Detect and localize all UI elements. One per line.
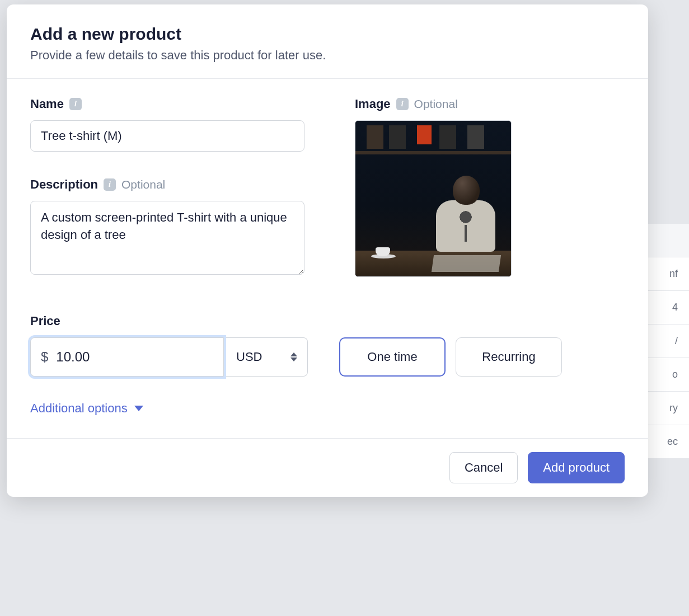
billing-toggle-group: One time Recurring	[339, 337, 562, 377]
add-product-modal: Add a new product Provide a few details …	[7, 4, 648, 497]
image-field-group: Image i Optional	[355, 97, 625, 277]
price-label: Price	[30, 314, 60, 328]
image-preview[interactable]	[355, 120, 512, 277]
currency-symbol: $	[41, 349, 48, 365]
additional-options-label: Additional options	[30, 401, 128, 416]
price-section: Price $ USD	[30, 314, 625, 416]
image-label: Image	[355, 97, 391, 111]
price-amount-wrap[interactable]: $	[30, 337, 224, 377]
recurring-button[interactable]: Recurring	[456, 337, 562, 377]
modal-footer: Cancel Add product	[7, 438, 648, 497]
name-input[interactable]	[30, 120, 304, 152]
modal-header: Add a new product Provide a few details …	[7, 4, 648, 79]
info-icon[interactable]: i	[396, 98, 409, 110]
description-label: Description	[30, 177, 98, 192]
price-input[interactable]	[56, 349, 213, 365]
optional-text: Optional	[121, 178, 165, 191]
updown-icon	[290, 352, 297, 361]
info-icon[interactable]: i	[104, 178, 116, 191]
additional-options-toggle[interactable]: Additional options	[30, 401, 625, 416]
optional-text: Optional	[414, 97, 458, 111]
info-icon[interactable]: i	[69, 98, 82, 110]
product-image	[355, 121, 511, 276]
currency-label: USD	[236, 350, 262, 364]
add-product-button[interactable]: Add product	[528, 452, 625, 483]
modal-title: Add a new product	[30, 25, 625, 44]
price-input-group: $ USD	[30, 337, 308, 377]
cancel-button[interactable]: Cancel	[449, 452, 518, 483]
currency-select[interactable]: USD	[224, 337, 308, 377]
description-input[interactable]: A custom screen-printed T-shirt with a u…	[30, 201, 304, 275]
modal-subtitle: Provide a few details to save this produ…	[30, 48, 625, 63]
description-field-group: Description i Optional A custom screen-p…	[30, 177, 304, 277]
modal-body: Name i Description i Optional A custom s…	[7, 79, 648, 438]
name-field-group: Name i	[30, 97, 304, 152]
one-time-button[interactable]: One time	[339, 337, 446, 377]
name-label: Name	[30, 97, 64, 111]
chevron-down-icon	[134, 406, 143, 411]
